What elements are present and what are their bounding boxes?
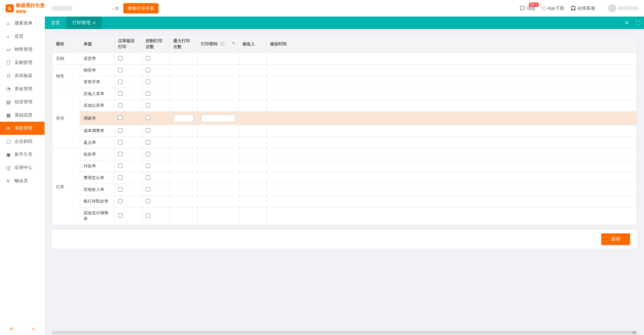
sidebar-item-home[interactable]: ⌂首页 (0, 30, 45, 43)
org-selector[interactable] (52, 6, 107, 11)
pwd-cell (198, 125, 239, 137)
audit-cell (115, 184, 142, 196)
ctrl-checkbox[interactable] (146, 115, 150, 120)
doc-cell: 付款单 (80, 160, 115, 172)
audit-checkbox[interactable] (118, 56, 123, 61)
sidebar-item-fund[interactable]: ◔资金管理 (0, 82, 45, 95)
tab-print[interactable]: 打印管理✕ (66, 17, 102, 29)
sidebar-item-member[interactable]: V畅会员 (0, 174, 45, 187)
chevron-down-icon[interactable]: ⌄ (111, 6, 115, 11)
edit-icon[interactable]: ✎ (232, 41, 235, 46)
audit-checkbox[interactable] (118, 91, 123, 96)
help-icon[interactable]: ? (220, 41, 224, 46)
content-area: 模块 单据 仅审核后打印 控制打印次数 最大打印次数 打印密码 ? ✎ (45, 29, 644, 330)
tab-close-all-icon[interactable]: ✕ (621, 17, 632, 29)
sidebar-item-search[interactable]: ⌕搜索菜单 (0, 17, 45, 30)
sidebar-item-label: 搜索菜单 (15, 20, 32, 26)
gear-icon[interactable]: ⚙ (115, 6, 119, 11)
pwd-cell (198, 65, 239, 76)
search-icon: ⌕ (6, 20, 11, 26)
ctrl-checkbox[interactable] (146, 91, 150, 96)
brand-name: 畅捷通好生意 (16, 2, 45, 9)
pwd-input[interactable] (201, 114, 235, 122)
ctrl-checkbox[interactable] (146, 213, 150, 218)
settings-icon[interactable]: ⚙ (9, 326, 13, 332)
sidebar-item-operate[interactable]: ▤经营管理 (0, 95, 45, 109)
promo-button[interactable]: 体验行业方案 (123, 3, 158, 13)
audit-checkbox[interactable] (118, 199, 123, 203)
messages-button[interactable]: 💬 消息 99 + (520, 5, 536, 11)
audit-checkbox[interactable] (118, 213, 123, 218)
print-settings-panel: 模块 单据 仅审核后打印 控制打印次数 最大打印次数 打印密码 ? ✎ (52, 35, 637, 225)
ctrl-checkbox[interactable] (146, 187, 150, 192)
collab-icon: ▢ (6, 139, 11, 144)
audit-checkbox[interactable] (118, 187, 123, 192)
tab-home[interactable]: 首页 (45, 17, 66, 29)
sidebar-item-purchase[interactable]: ☐采购管理 (0, 56, 45, 69)
ctrl-checkbox[interactable] (146, 175, 150, 180)
th-pwd: 打印密码 ? ✎ (198, 35, 239, 53)
th-module: 模块 (52, 35, 80, 53)
username-placeholder (618, 6, 638, 10)
pwd-cell (198, 88, 239, 100)
app-download-button[interactable]: ▢ App下载 (542, 5, 564, 11)
ctrl-checkbox[interactable] (146, 199, 150, 203)
module-cell: 销售 (52, 65, 80, 88)
audit-checkbox[interactable] (118, 140, 123, 145)
max-input[interactable] (173, 114, 194, 122)
ctrl-checkbox[interactable] (146, 140, 150, 145)
tab-label: 打印管理 (73, 20, 90, 26)
online-service-label: 在线客服 (577, 5, 595, 11)
tab-close-icon[interactable]: ✕ (93, 21, 96, 25)
module-cell: 往来 (52, 149, 80, 225)
fullscreen-icon[interactable]: ⛶ (632, 17, 644, 29)
audit-checkbox[interactable] (118, 152, 123, 156)
doc-cell: 零售开单 (80, 76, 115, 88)
sidebar-item-base[interactable]: ▦基础信息 (0, 109, 45, 122)
table-row: 零售开单 (52, 76, 637, 88)
ctrl-checkbox[interactable] (146, 164, 150, 168)
ctrl-checkbox[interactable] (146, 103, 150, 108)
ctrl-checkbox[interactable] (146, 68, 150, 72)
max-cell (170, 65, 198, 76)
topbar: b 畅捷通好生意 精简版 ⌄ ⚙ 体验行业方案 💬 消息 99 + ▢ App下… (0, 0, 644, 17)
collapse-icon[interactable]: ⇤ (32, 326, 36, 332)
audit-checkbox[interactable] (118, 175, 123, 180)
sidebar-item-guide[interactable]: ▣新手引导 (0, 148, 45, 161)
horizontal-scrollbar[interactable] (45, 330, 644, 335)
sidebar-item-system[interactable]: ⟳系统管理 (0, 122, 45, 135)
sidebar-item-inventory[interactable]: ⌸库存核算 (0, 69, 45, 82)
th-ctrl: 控制打印次数 (142, 35, 170, 53)
save-button[interactable]: 保存 (601, 233, 630, 245)
online-service-button[interactable]: 🎧 在线客服 (570, 5, 595, 11)
audit-checkbox[interactable] (118, 115, 123, 120)
modifier-cell (239, 137, 267, 149)
sidebar-item-appcenter[interactable]: ◫应用中心 (0, 161, 45, 174)
ctrl-checkbox[interactable] (146, 152, 150, 156)
audit-checkbox[interactable] (118, 164, 123, 168)
audit-checkbox[interactable] (118, 103, 123, 108)
pwd-cell (198, 172, 239, 184)
audit-checkbox[interactable] (118, 68, 123, 72)
ctrl-cell (142, 149, 170, 160)
max-cell (170, 184, 198, 196)
pwd-cell (198, 196, 239, 207)
audit-checkbox[interactable] (118, 80, 123, 84)
pwd-cell (198, 137, 239, 149)
guide-icon: ▣ (6, 152, 11, 157)
table-row: 其他收入单 (52, 184, 637, 196)
ctrl-checkbox[interactable] (146, 128, 150, 133)
audit-checkbox[interactable] (118, 128, 123, 133)
th-max: 最大打印次数 (170, 35, 198, 53)
time-cell (267, 88, 637, 100)
table-row: 其他出库单 (52, 100, 637, 112)
sidebar-item-sales[interactable]: ▭销售管理 (0, 43, 45, 56)
main: 首页打印管理✕ ✕ ⛶ 模块 单据 仅审核后打 (45, 17, 644, 335)
ctrl-checkbox[interactable] (146, 56, 150, 61)
sidebar-item-collab[interactable]: ▢企业协同 (0, 135, 45, 148)
appcenter-icon: ◫ (6, 165, 11, 170)
ctrl-checkbox[interactable] (146, 80, 150, 84)
sidebar-item-label: 系统管理 (15, 125, 32, 131)
time-cell (267, 137, 637, 149)
user-menu[interactable] (608, 4, 638, 12)
